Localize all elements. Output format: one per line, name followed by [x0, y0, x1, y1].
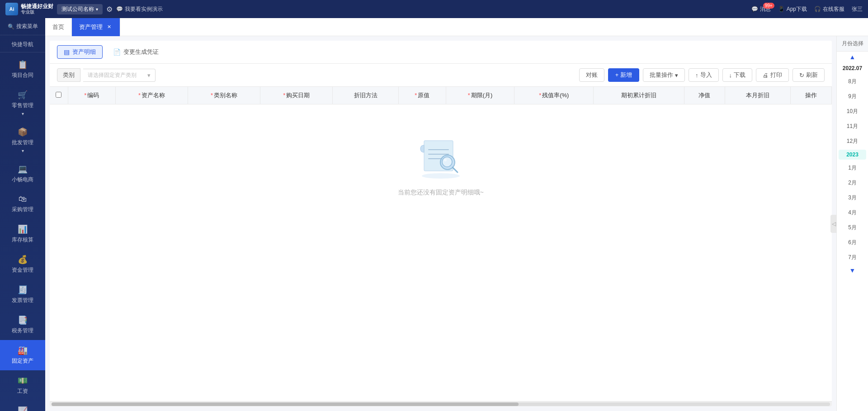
import-button[interactable]: ↑ 导入	[689, 68, 719, 82]
scroll-track	[52, 402, 830, 406]
invoice-icon: 🧾	[18, 285, 28, 295]
sub-tab-change-voucher[interactable]: 📄 变更生成凭证	[106, 45, 165, 59]
month-panel-collapse-icon[interactable]: ◁	[830, 215, 837, 233]
th-period-months: 期限(月)	[446, 87, 514, 104]
month-nav-down-icon[interactable]: ▼	[847, 266, 859, 275]
th-monthly-depreciation: 本月折旧	[725, 87, 791, 104]
add-button[interactable]: + 新增	[608, 68, 639, 82]
select-all-checkbox[interactable]	[56, 92, 61, 98]
company-name: 测试公司名称	[61, 5, 94, 13]
month-panel: ◁ 月份选择 ▲ 2022.07 8月 9月 10月 11月 12月 2023 …	[836, 36, 868, 411]
content-area: 首页 资产管理 ✕ ▤ 资产明细 📄 变更生成凭证	[45, 18, 868, 411]
sidebar: 🔍 搜索菜单 快捷导航 📋 项目合同 🛒 零售管理 ▾ 📦 批发管理 ▾ 💻 小…	[0, 18, 45, 411]
project-icon: 📋	[18, 60, 28, 70]
tab-home[interactable]: 首页	[45, 18, 72, 36]
sidebar-item-inventory[interactable]: 📊 库存核算	[0, 219, 45, 249]
month-10[interactable]: 10月	[839, 104, 866, 118]
operations-icon: 📈	[18, 406, 28, 411]
download-icon: ↓	[729, 72, 732, 79]
reconcile-button[interactable]: 对账	[579, 68, 604, 82]
download-button[interactable]: ↓ 下载	[722, 68, 753, 82]
month-8[interactable]: 8月	[839, 75, 866, 89]
sidebar-item-tax[interactable]: 📑 税务管理	[0, 310, 45, 340]
th-residual-rate: 残值率(%)	[514, 87, 594, 104]
month-nav-up-icon[interactable]: ▲	[847, 52, 859, 61]
purchase-icon: 🛍	[19, 194, 27, 204]
month-9[interactable]: 9月	[839, 90, 866, 104]
th-net-value: 净值	[684, 87, 725, 104]
retail-icon: 🛒	[18, 90, 28, 100]
category-input[interactable]: 请选择固定资产类别 ▾	[83, 69, 156, 82]
company-selector[interactable]: 测试公司名称 ▾	[57, 4, 103, 14]
month-12[interactable]: 12月	[839, 134, 866, 148]
th-operation: 操作	[791, 87, 832, 104]
sidebar-item-search-menu[interactable]: 🔍 搜索菜单	[0, 18, 45, 35]
month-5[interactable]: 5月	[839, 221, 866, 235]
edition-label: 专业版	[21, 9, 53, 15]
phone-icon: 📱	[778, 6, 785, 12]
brand-icon: Ai	[5, 3, 18, 15]
sidebar-item-payroll[interactable]: 💵 工资	[0, 370, 45, 401]
refresh-button[interactable]: ↻ 刷新	[793, 68, 825, 82]
sidebar-item-wholesale[interactable]: 📦 批发管理 ▾	[0, 122, 45, 159]
sub-tab-asset-detail[interactable]: ▤ 资产明细	[57, 45, 103, 59]
sidebar-item-invoice[interactable]: 🧾 发票管理	[0, 279, 45, 310]
demo-icon: 💬	[116, 6, 123, 12]
th-purchase-date: 购买日期	[260, 87, 333, 104]
table-container: 编码 资产名称 类别名称 购买日期	[50, 87, 832, 401]
month-11[interactable]: 11月	[839, 119, 866, 133]
tab-close-icon[interactable]: ✕	[105, 24, 113, 31]
month-year-2023: 2023	[839, 150, 866, 160]
app-download-button[interactable]: 📱 App下载	[778, 5, 807, 13]
sidebar-item-fixed-assets[interactable]: 🏭 固定资产	[0, 340, 45, 370]
horizontal-scrollbar[interactable]	[50, 401, 832, 406]
month-7[interactable]: 7月	[839, 250, 866, 265]
sidebar-item-purchase[interactable]: 🛍 采购管理	[0, 189, 45, 219]
chevron-down-icon: ▾	[96, 7, 98, 12]
svg-line-6	[453, 167, 458, 172]
month-4[interactable]: 4月	[839, 206, 866, 220]
search-icon: 🔍	[8, 24, 14, 30]
top-bar-right: 💬 消息 99+ 📱 App下载 🎧 在线客服 张三	[751, 5, 863, 13]
sub-tabs: ▤ 资产明细 📄 变更生成凭证	[50, 41, 832, 64]
online-service-button[interactable]: 🎧 在线客服	[814, 5, 844, 13]
batch-operation-button[interactable]: 批量操作 ▾	[643, 68, 685, 82]
ecommerce-icon: 💻	[18, 164, 28, 174]
month-panel-nav-up[interactable]: ▲	[837, 52, 868, 62]
demo-link[interactable]: 💬 我要看实例演示	[116, 5, 163, 13]
message-button[interactable]: 💬 消息 99+	[751, 5, 771, 13]
settings-icon[interactable]: ⚙	[106, 5, 113, 14]
sidebar-item-project[interactable]: 📋 项目合同	[0, 54, 45, 85]
scroll-thumb[interactable]	[52, 402, 519, 406]
print-button[interactable]: 🖨 打印	[756, 68, 789, 82]
import-icon: ↑	[695, 72, 698, 79]
tab-asset-management[interactable]: 资产管理 ✕	[72, 18, 120, 36]
main-panel: ▤ 资产明细 📄 变更生成凭证 类别 请选择固定资产类别	[50, 41, 832, 406]
svg-point-0	[422, 173, 460, 179]
th-accumulated-depreciation: 期初累计折旧	[594, 87, 684, 104]
print-icon: 🖨	[763, 72, 769, 79]
top-bar-left: Ai 畅捷通好业财 专业版 测试公司名称 ▾ ⚙ 💬 我要看实例演示	[5, 3, 163, 15]
th-code: 编码	[68, 87, 115, 104]
month-6[interactable]: 6月	[839, 236, 866, 250]
user-name-label[interactable]: 张三	[852, 5, 863, 13]
month-1[interactable]: 1月	[839, 161, 866, 175]
dropdown-arrow-icon: ▾	[147, 72, 151, 79]
month-3[interactable]: 3月	[839, 191, 866, 205]
assets-table: 编码 资产名称 类别名称 购买日期	[50, 87, 832, 224]
tax-icon: 📑	[18, 315, 28, 325]
sidebar-item-quick-nav[interactable]: 快捷导航	[0, 37, 45, 52]
sidebar-item-ecommerce[interactable]: 💻 小畅电商	[0, 159, 45, 189]
month-year-2022: 2022.07	[837, 62, 868, 74]
toolbar-right: 对账 + 新增 批量操作 ▾ ↑ 导入	[579, 68, 825, 82]
month-2[interactable]: 2月	[839, 176, 866, 190]
headset-icon: 🎧	[814, 6, 821, 12]
sidebar-item-operations[interactable]: 📈 经营管理	[0, 401, 45, 411]
sidebar-item-retail[interactable]: 🛒 零售管理 ▾	[0, 85, 45, 122]
brand-name: 畅捷通好业财	[21, 3, 53, 9]
svg-point-5	[442, 157, 452, 167]
doc-icon: 📄	[113, 48, 121, 56]
month-panel-nav-down[interactable]: ▼	[837, 265, 868, 276]
sidebar-item-finance[interactable]: 💰 资金管理	[0, 249, 45, 279]
refresh-icon: ↻	[799, 72, 804, 79]
